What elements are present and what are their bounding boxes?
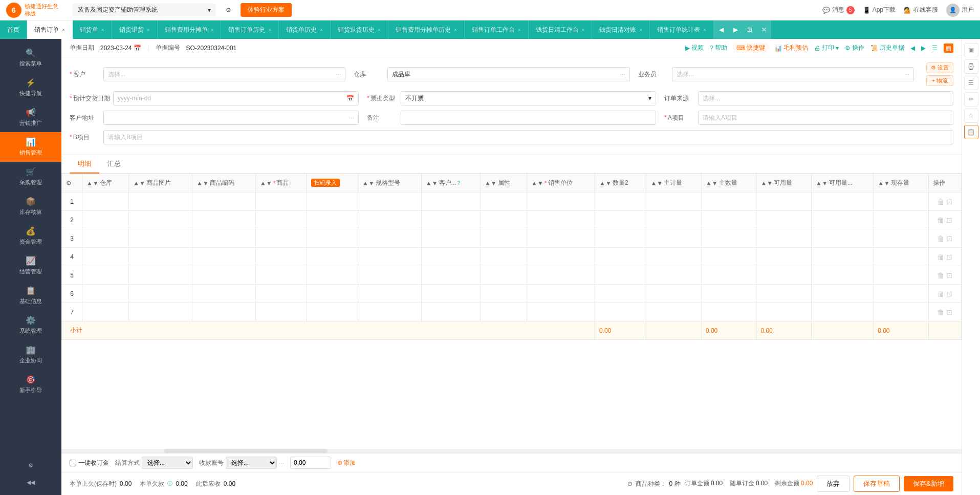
cell-attr-7[interactable] <box>480 303 527 321</box>
cell-spec-5[interactable] <box>358 266 421 285</box>
sidebar-collapse-btn[interactable]: ◀◀ <box>0 475 61 490</box>
setting-panel-btn[interactable]: ⚙ 设置 <box>926 62 953 73</box>
th-product[interactable]: ▲▼ *商品 <box>255 174 307 192</box>
sidebar-item-marketing[interactable]: 📢 营销推广 <box>0 102 61 132</box>
close-icon[interactable]: × <box>320 27 323 33</box>
delete-icon[interactable]: 🗑 <box>937 198 944 206</box>
cell-stock-5[interactable] <box>874 266 929 285</box>
cell-attr-5[interactable] <box>480 266 527 285</box>
tab-expense-history[interactable]: 销售费用分摊单历史 × <box>388 20 465 39</box>
tab-cashflow-workbench[interactable]: 钱货日清工作台 × <box>529 20 593 39</box>
cell-image-1[interactable] <box>129 192 192 211</box>
tab-sales-expense[interactable]: 销售费用分摊单 × <box>158 20 222 39</box>
cell-unit-3[interactable] <box>527 229 595 248</box>
one-click-checkbox[interactable] <box>70 460 76 466</box>
calendar-icon[interactable]: 📅 <box>346 95 354 102</box>
cell-unit-5[interactable] <box>527 266 595 285</box>
delete-icon[interactable]: 🗑 <box>937 271 944 279</box>
cell-customer-code-5[interactable] <box>421 266 480 285</box>
close-icon[interactable]: × <box>62 27 65 33</box>
th-attributes[interactable]: ▲▼ 属性 <box>480 174 527 192</box>
warehouse-input[interactable]: 成品库 ··· <box>387 67 629 81</box>
nav-next-arrow[interactable]: ▶ <box>728 20 743 39</box>
cell-qty2-1[interactable] <box>595 192 646 211</box>
discard-btn[interactable]: 放弃 <box>817 476 850 492</box>
cell-available-5[interactable] <box>756 266 812 285</box>
cell-sku-6[interactable] <box>192 285 256 303</box>
cell-spec-7[interactable] <box>358 303 421 321</box>
cell-attr-3[interactable] <box>480 229 527 248</box>
sidebar-item-baseinfo[interactable]: 📋 基础信息 <box>0 281 61 310</box>
cell-main-qty-4[interactable] <box>701 248 756 266</box>
tab-sales-invoice[interactable]: 销货单 × <box>73 20 112 39</box>
cell-main-qty-1[interactable] <box>701 192 756 211</box>
th-stock[interactable]: ▲▼ 现存量 <box>874 174 929 192</box>
cell-product-2[interactable] <box>255 211 307 229</box>
cell-image-5[interactable] <box>129 266 192 285</box>
cell-available2-5[interactable] <box>811 266 873 285</box>
cell-spec-3[interactable] <box>358 229 421 248</box>
delete-icon[interactable]: 🗑 <box>937 253 944 261</box>
cell-available2-2[interactable] <box>811 211 873 229</box>
cell-unit-4[interactable] <box>527 248 595 266</box>
cell-unit-6[interactable] <box>527 285 595 303</box>
cell-qty2-2[interactable] <box>595 211 646 229</box>
customer-input[interactable]: 选择... ··· <box>103 67 345 81</box>
cell-product-6[interactable] <box>255 285 307 303</box>
cell-main-qty-7[interactable] <box>701 303 756 321</box>
more-icon[interactable]: ··· <box>620 71 625 78</box>
copy-icon[interactable]: ⊡ <box>946 253 952 261</box>
video-btn[interactable]: ▶ 视频 <box>685 44 704 52</box>
more-icon[interactable]: ··· <box>904 71 909 78</box>
cell-stock-1[interactable] <box>874 192 929 211</box>
settings-icon[interactable]: ⚙ <box>221 3 235 17</box>
cell-warehouse-4[interactable] <box>82 248 129 266</box>
th-main-qty[interactable]: ▲▼ 主数量 <box>701 174 756 192</box>
address-input[interactable]: ··· <box>103 111 359 125</box>
th-customer-code[interactable]: ▲▼ 客户... ? <box>421 174 480 192</box>
th-product-image[interactable]: ▲▼ 商品图片 <box>129 174 192 192</box>
cell-available-7[interactable] <box>756 303 812 321</box>
cell-available2-4[interactable] <box>811 248 873 266</box>
cell-stock-6[interactable] <box>874 285 929 303</box>
cell-product-1[interactable] <box>255 192 307 211</box>
close-icon[interactable]: × <box>268 27 271 33</box>
cell-main-qty-2[interactable] <box>701 211 756 229</box>
cell-unit-2[interactable] <box>527 211 595 229</box>
tab-invoice-history[interactable]: 销货单历史 × <box>279 20 331 39</box>
close-icon[interactable]: × <box>101 27 104 33</box>
cell-sku-1[interactable] <box>192 192 256 211</box>
th-qty2[interactable]: ▲▼ 数量2 <box>595 174 646 192</box>
cell-stock-7[interactable] <box>874 303 929 321</box>
nav-close-all[interactable]: ✕ <box>757 20 771 39</box>
th-available[interactable]: ▲▼ 可用量 <box>756 174 812 192</box>
cell-product-7[interactable] <box>255 303 307 321</box>
copy-icon[interactable]: ⊡ <box>946 216 952 224</box>
add-payment-btn[interactable]: ⊕ 添加 <box>337 459 356 467</box>
project-a-input[interactable]: 请输入A项目 <box>698 111 953 125</box>
cell-attr-4[interactable] <box>480 248 527 266</box>
cell-main-unit-6[interactable] <box>646 285 702 303</box>
industry-btn[interactable]: 体验行业方案 <box>241 3 292 17</box>
cell-available-1[interactable] <box>756 192 812 211</box>
print-btn[interactable]: 🖨 打印 ▾ <box>814 44 839 52</box>
delete-icon[interactable]: 🗑 <box>937 216 944 224</box>
cell-warehouse-3[interactable] <box>82 229 129 248</box>
cell-sku-2[interactable] <box>192 211 256 229</box>
save-new-btn[interactable]: 保存&新增 <box>904 476 953 491</box>
cell-attr-2[interactable] <box>480 211 527 229</box>
cell-main-qty-3[interactable] <box>701 229 756 248</box>
message-btn[interactable]: 💬 消息 5 <box>822 6 855 14</box>
cell-warehouse-6[interactable] <box>82 285 129 303</box>
list-view-btn[interactable]: ☰ <box>932 45 938 52</box>
sidebar-item-purchase[interactable]: 🛒 采购管理 <box>0 162 61 191</box>
sidebar-item-inventory[interactable]: 📦 库存核算 <box>0 191 61 221</box>
cell-image-7[interactable] <box>129 303 192 321</box>
cell-customer-code-2[interactable] <box>421 211 480 229</box>
right-panel-icon-3[interactable]: ☰ <box>964 76 978 90</box>
cell-product-5[interactable] <box>255 266 307 285</box>
cell-main-unit-7[interactable] <box>646 303 702 321</box>
cell-qty2-6[interactable] <box>595 285 646 303</box>
th-available2[interactable]: ▲▼ 可用量... <box>811 174 873 192</box>
cell-warehouse-7[interactable] <box>82 303 129 321</box>
